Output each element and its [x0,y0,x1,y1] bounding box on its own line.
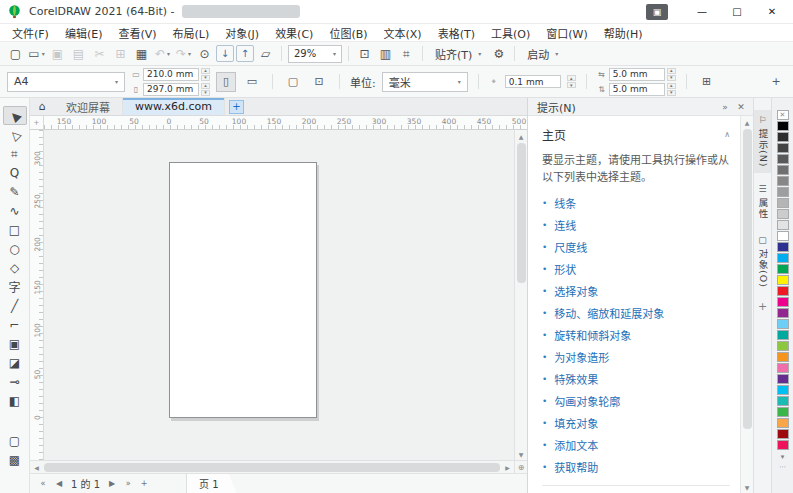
no-color-swatch[interactable]: ✕ [777,110,789,120]
options-gear-icon[interactable]: ⚙ [489,44,508,63]
publish-pdf-icon[interactable]: ▱ [256,44,275,63]
color-swatch[interactable] [777,286,789,296]
duplicate-x-stepper[interactable]: ▴▾ [667,68,676,81]
color-swatch[interactable] [777,396,789,406]
color-swatch[interactable] [777,418,789,428]
pick-tool[interactable]: ▲ [3,106,27,125]
color-swatch[interactable] [777,407,789,417]
zoom-level-combo[interactable]: 29%▾ [288,45,342,63]
vertical-scrollbar[interactable]: ▲ ▼ [514,130,527,460]
color-swatch[interactable] [777,374,789,384]
section-collapse-icon[interactable]: ∧ [724,130,730,139]
menu-item[interactable]: 查看(V) [110,25,164,41]
outline-pen-tool[interactable]: ▢ [3,431,27,450]
add-docker-button[interactable]: + [758,300,767,313]
color-swatch[interactable] [777,220,789,230]
duplicate-y-stepper[interactable]: ▴▾ [667,83,676,96]
stepper-up-icon[interactable]: ▴ [201,68,210,74]
docker-tab[interactable]: ☰属性 [754,179,772,224]
menu-item[interactable]: 表格(T) [430,25,483,41]
transparency-tool[interactable]: ◪ [3,353,27,372]
page-1-tab[interactable]: 页 1 [186,474,237,493]
ellipse-tool[interactable]: ○ [3,239,27,258]
units-combo[interactable]: 毫米 ▾ [382,72,468,92]
color-swatch[interactable] [777,143,789,153]
minimize-button[interactable]: — [689,3,715,21]
crop-tool[interactable]: ⌗ [3,144,27,163]
page[interactable] [169,162,317,418]
first-page-button[interactable]: « [35,476,51,492]
menu-item[interactable]: 布局(L) [165,25,218,41]
customize-plus-button[interactable]: + [766,72,786,92]
color-swatch[interactable] [777,198,789,208]
rectangle-tool[interactable]: □ [3,220,27,239]
menu-item[interactable]: 帮助(H) [596,25,651,41]
landscape-button[interactable]: ▭ [242,72,262,92]
palette-flyout-icon[interactable]: ⋯ [779,463,786,471]
hint-topic-link[interactable]: 勾画对象轮廓 [554,393,620,409]
page-width-stepper[interactable]: ▴▾ [201,68,210,81]
show-grid-icon[interactable]: ⌗ [397,44,416,63]
color-swatch[interactable] [777,275,789,285]
search-content-icon[interactable]: ⊙ [195,44,214,63]
stepper-down-icon[interactable]: ▾ [667,90,676,96]
open-icon[interactable]: ▭▾ [27,44,46,63]
nudge-stepper[interactable]: ▴▾ [567,75,576,88]
account-badge-icon[interactable]: ▣ [646,4,668,20]
color-swatch[interactable] [777,121,789,131]
snap-to-dropdown[interactable]: 贴齐(T)▾ [429,44,487,63]
scroll-up-icon[interactable]: ▲ [741,116,754,128]
color-swatch[interactable] [777,132,789,142]
stepper-down-icon[interactable]: ▾ [567,82,576,88]
page-size-combo[interactable]: A4 ▾ [7,72,125,92]
launch-dropdown[interactable]: 启动▾ [521,44,564,63]
color-swatch[interactable] [777,308,789,318]
color-swatch[interactable] [777,209,789,219]
color-swatch[interactable] [777,187,789,197]
color-swatch[interactable] [777,352,789,362]
new-tab-button[interactable]: + [229,100,244,114]
connector-tool[interactable]: ⌐ [3,315,27,334]
scroll-right-icon[interactable]: ▶ [501,461,514,473]
paste-icon[interactable]: ▦ [132,44,151,63]
horizontal-scroll-thumb[interactable] [44,463,500,472]
color-swatch[interactable] [777,231,789,241]
hint-topic-link[interactable]: 选择对象 [554,283,598,299]
color-swatch[interactable] [777,297,789,307]
polygon-tool[interactable]: ◇ [3,258,27,277]
hint-topic-link[interactable]: 移动、缩放和延展对象 [554,305,664,321]
all-pages-button[interactable]: ▢ [283,72,303,92]
color-swatch[interactable] [777,319,789,329]
color-swatch[interactable] [777,242,789,252]
next-page-button[interactable]: ▶ [104,476,120,492]
color-swatch[interactable] [777,330,789,340]
menu-item[interactable]: 工具(O) [483,25,538,41]
previous-page-button[interactable]: ◀ [51,476,67,492]
docker-tab[interactable]: ▢对象(O) [754,230,772,293]
scroll-down-icon[interactable]: ▼ [741,481,754,493]
vertical-scroll-thumb[interactable] [517,143,526,283]
stepper-up-icon[interactable]: ▴ [201,83,210,89]
hint-topic-link[interactable]: 获取帮助 [554,459,598,475]
duplicate-x-field[interactable] [609,68,665,81]
scroll-down-icon[interactable]: ▼ [515,448,528,460]
canvas[interactable] [44,130,514,460]
stepper-up-icon[interactable]: ▴ [567,75,576,81]
color-swatch[interactable] [777,385,789,395]
zoom-tool[interactable]: Q [3,163,27,182]
menu-item[interactable]: 位图(B) [321,25,375,41]
freehand-tool[interactable]: ✎ [3,182,27,201]
show-rulers-icon[interactable]: ▥ [376,44,395,63]
stepper-up-icon[interactable]: ▴ [667,68,676,74]
parallel-dimension-tool[interactable]: ╱ [3,296,27,315]
docker-collapse-icon[interactable]: » [717,102,733,112]
hint-topic-link[interactable]: 特殊效果 [554,371,598,387]
maximize-button[interactable]: □ [724,3,750,21]
navigator-zoom-icon[interactable]: ⊕ [514,461,527,473]
menu-item[interactable]: 效果(C) [267,25,321,41]
stepper-down-icon[interactable]: ▾ [201,90,210,96]
scroll-left-icon[interactable]: ◀ [30,461,43,473]
last-page-button[interactable]: » [120,476,136,492]
duplicate-y-field[interactable] [609,83,665,96]
color-swatch[interactable] [777,341,789,351]
